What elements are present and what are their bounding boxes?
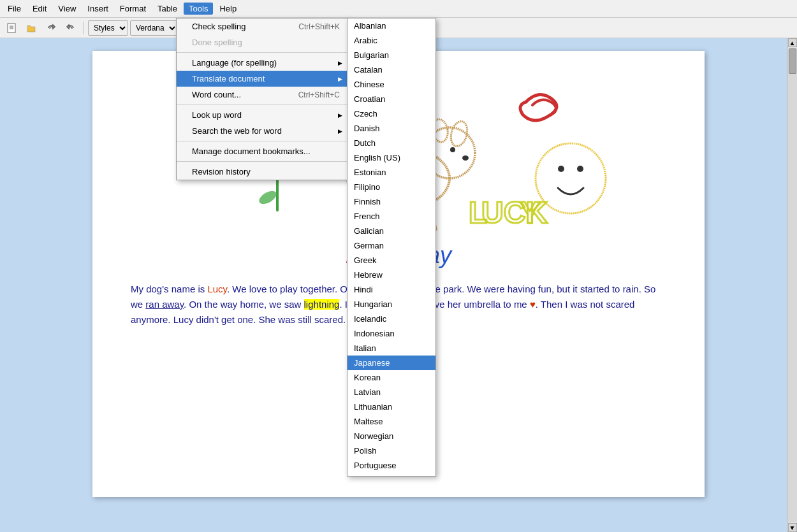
scroll-down-button[interactable]: ▼ xyxy=(788,523,797,532)
tools-sep2 xyxy=(177,104,347,105)
menubar-table[interactable]: Table xyxy=(152,3,182,15)
right-scrollbar[interactable]: ▲ ▼ xyxy=(787,38,797,532)
lang-item-estonian[interactable]: Estonian xyxy=(347,165,435,180)
lang-item-hungarian[interactable]: Hungarian xyxy=(347,297,435,312)
manage-bookmarks-label: Manage document bookmarks... xyxy=(192,147,311,156)
menubar-format[interactable]: Format xyxy=(115,3,151,15)
lang-item-japanese[interactable]: Japanese xyxy=(347,356,435,370)
lang-item-arabic[interactable]: Arabic xyxy=(347,33,435,48)
heart-symbol: ♥ xyxy=(530,299,536,310)
menubar-view[interactable]: View xyxy=(53,3,81,15)
lang-item-german[interactable]: German xyxy=(347,238,435,253)
lang-item-hindi[interactable]: Hindi xyxy=(347,282,435,297)
sep1 xyxy=(84,22,84,34)
body-continuation: idn't get one. She was still scared. xyxy=(201,314,346,325)
svg-point-47 xyxy=(577,166,583,172)
menubar-file[interactable]: File xyxy=(3,3,26,15)
menubar-help[interactable]: Help xyxy=(214,3,242,15)
svg-point-40 xyxy=(462,155,469,161)
svg-rect-0 xyxy=(8,24,15,32)
ran-away-text: ran away xyxy=(145,299,184,310)
lang-item-english-us[interactable]: English (US) xyxy=(347,150,435,165)
lightning-text: lightning xyxy=(304,299,340,310)
translate-item[interactable]: Translate document xyxy=(177,71,347,87)
svg-text:Y: Y xyxy=(520,196,540,229)
lucy-text: Lucy xyxy=(207,284,227,294)
menubar-edit[interactable]: Edit xyxy=(27,3,52,15)
language-label: Language (for spelling) xyxy=(192,58,277,68)
check-spelling-shortcut: Ctrl+Shift+K xyxy=(298,22,340,31)
tools-sep1 xyxy=(177,52,347,53)
translate-submenu[interactable]: AlbanianArabicBulgarianCatalanChineseCro… xyxy=(347,18,436,477)
undo-button[interactable] xyxy=(42,21,60,35)
svg-point-57 xyxy=(257,189,279,207)
scroll-up-button[interactable]: ▲ xyxy=(788,38,797,47)
lang-item-indonesian[interactable]: Indonesian xyxy=(347,326,435,341)
svg-text:L: L xyxy=(469,196,487,229)
scroll-thumb[interactable] xyxy=(789,48,796,74)
manage-bookmarks-item[interactable]: Manage document bookmarks... xyxy=(177,143,347,159)
language-item[interactable]: Language (for spelling) xyxy=(177,55,347,71)
lang-item-filipino[interactable]: Filipino xyxy=(347,180,435,194)
word-count-item[interactable]: Word count... Ctrl+Shift+C xyxy=(177,87,347,103)
redo-button[interactable] xyxy=(62,21,80,35)
lang-item-latvian[interactable]: Latvian xyxy=(347,385,435,399)
search-web-item[interactable]: Search the web for word xyxy=(177,123,347,139)
lang-item-polish[interactable]: Polish xyxy=(347,443,435,458)
done-spelling-item: Done spelling xyxy=(177,34,347,50)
lang-item-maltese[interactable]: Maltese xyxy=(347,414,435,429)
search-web-label: Search the web for word xyxy=(192,126,282,136)
scroll-track[interactable] xyxy=(788,48,797,522)
lang-item-albanian[interactable]: Albanian xyxy=(347,18,435,33)
redo-icon xyxy=(66,23,76,33)
tools-menu: Check spelling Ctrl+Shift+K Done spellin… xyxy=(176,18,348,180)
font-select[interactable]: Verdana xyxy=(130,20,178,36)
done-spelling-label: Done spelling xyxy=(192,38,242,47)
new-button[interactable] xyxy=(3,21,20,35)
new-icon xyxy=(6,23,17,33)
revision-history-item[interactable]: Revision history xyxy=(177,164,347,180)
lang-item-finnish[interactable]: Finnish xyxy=(347,194,435,209)
lang-item-hebrew[interactable]: Hebrew xyxy=(347,268,435,282)
style-select[interactable]: Styles xyxy=(88,20,128,36)
check-spelling-label: Check spelling xyxy=(192,22,246,31)
look-up-label: Look up word xyxy=(192,110,242,120)
lang-item-croatian[interactable]: Croatian xyxy=(347,92,435,106)
lang-item-danish[interactable]: Danish xyxy=(347,121,435,136)
open-button[interactable] xyxy=(22,21,40,35)
translate-label: Translate document xyxy=(192,74,265,83)
lang-item-chinese[interactable]: Chinese xyxy=(347,77,435,92)
lang-item-icelandic[interactable]: Icelandic xyxy=(347,312,435,326)
lang-item-italian[interactable]: Italian xyxy=(347,341,435,356)
undo-icon xyxy=(46,23,56,33)
tools-sep3 xyxy=(177,141,347,141)
lang-item-catalan[interactable]: Catalan xyxy=(347,62,435,77)
lang-item-czech[interactable]: Czech xyxy=(347,106,435,121)
svg-point-39 xyxy=(450,147,455,152)
revision-history-label: Revision history xyxy=(192,167,251,176)
lang-item-french[interactable]: French xyxy=(347,209,435,224)
lang-item-korean[interactable]: Korean xyxy=(347,370,435,385)
lang-item-dutch[interactable]: Dutch xyxy=(347,136,435,150)
look-up-item[interactable]: Look up word xyxy=(177,107,347,123)
svg-point-46 xyxy=(558,166,564,172)
word-count-shortcut: Ctrl+Shift+C xyxy=(298,90,340,99)
lang-item-portuguese[interactable]: Portuguese xyxy=(347,458,435,473)
lang-item-greek[interactable]: Greek xyxy=(347,253,435,268)
check-spelling-item[interactable]: Check spelling Ctrl+Shift+K xyxy=(177,18,347,34)
open-icon xyxy=(26,23,36,33)
word-count-label: Word count... xyxy=(192,90,241,99)
menubar: File Edit View Insert Format Table Tools… xyxy=(0,0,797,18)
lang-item-norwegian[interactable]: Norwegian xyxy=(347,429,435,443)
lang-item-bulgarian[interactable]: Bulgarian xyxy=(347,48,435,62)
lang-item-galician[interactable]: Galician xyxy=(347,224,435,238)
menubar-tools[interactable]: Tools xyxy=(184,3,213,15)
lang-item-lithuanian[interactable]: Lithuanian xyxy=(347,399,435,414)
tools-sep4 xyxy=(177,161,347,162)
menubar-insert[interactable]: Insert xyxy=(82,3,113,15)
